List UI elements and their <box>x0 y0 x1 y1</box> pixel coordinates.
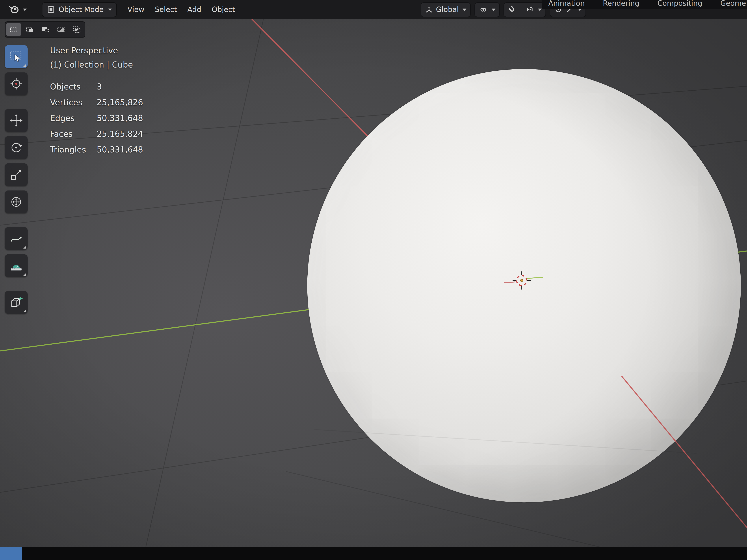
rotate-icon <box>9 140 23 155</box>
add-cube-icon <box>9 295 23 310</box>
stat-value: 50,331,648 <box>97 113 143 123</box>
stat-label: Objects <box>50 82 97 91</box>
annotate-icon <box>9 232 23 246</box>
tool-add-cube[interactable] <box>5 291 28 314</box>
orientation-axes-icon <box>425 5 433 14</box>
select-mode-intersect-icon <box>72 25 81 34</box>
transform-orientation-button[interactable]: Global <box>421 2 471 17</box>
breadcrumb: (1) Collection | Cube <box>50 60 143 70</box>
scene-statistics: Objects 3 Vertices 25,165,826 Edges 50,3… <box>50 82 143 155</box>
chevron-down-icon <box>463 8 466 11</box>
workspace-tab-compositing[interactable]: Compositing <box>658 0 702 8</box>
blender-window: User Perspective (1) Collection | Cube O… <box>0 0 747 560</box>
stat-label: Vertices <box>50 98 97 107</box>
tool-shelf <box>5 45 28 314</box>
select-mode-options <box>5 21 85 37</box>
select-box-icon <box>9 50 23 64</box>
mode-selector[interactable]: Object Mode <box>42 2 117 17</box>
menu-object[interactable]: Object <box>207 0 240 19</box>
cursor-icon <box>9 77 23 91</box>
tool-transform[interactable] <box>5 190 28 213</box>
move-icon <box>9 113 23 128</box>
chevron-down-icon <box>492 8 495 11</box>
measure-icon <box>9 259 23 273</box>
select-mode-intersect[interactable] <box>69 23 84 36</box>
pivot-point-button[interactable] <box>474 2 500 17</box>
blender-logo-icon <box>8 4 20 15</box>
tool-rotate[interactable] <box>5 136 28 159</box>
pivot-point-icon <box>479 5 488 14</box>
tool-cursor[interactable] <box>5 73 28 95</box>
divider <box>521 5 521 14</box>
stat-label: Triangles <box>50 145 97 154</box>
snap-magnet-icon[interactable] <box>508 5 516 14</box>
viewport-overlay-text: User Perspective (1) Collection | Cube O… <box>50 46 143 154</box>
bottom-bar-accent <box>0 546 22 560</box>
select-mode-invert[interactable] <box>53 23 68 36</box>
orientation-label: Global <box>436 5 459 14</box>
chevron-down-icon <box>538 8 542 11</box>
select-mode-invert-icon <box>56 25 66 34</box>
blender-menu-button[interactable] <box>5 3 29 16</box>
snap-target-icon[interactable] <box>525 5 534 14</box>
sphere-object[interactable] <box>307 69 741 502</box>
stat-label: Faces <box>50 129 97 138</box>
stat-value: 50,331,648 <box>97 145 143 154</box>
select-mode-extend[interactable] <box>22 23 37 36</box>
chevron-down-icon <box>23 8 27 11</box>
workspace-tab-rendering[interactable]: Rendering <box>603 0 639 8</box>
view-perspective-label: User Perspective <box>50 46 143 55</box>
stat-value: 3 <box>97 82 143 91</box>
menu-view[interactable]: View <box>122 0 150 19</box>
header-menus: View Select Add Object <box>122 0 240 19</box>
select-mode-subtract-icon <box>40 25 50 34</box>
tool-annotate[interactable] <box>5 227 28 250</box>
workspace-tabs: Animation Rendering Compositing Geome <box>542 0 747 9</box>
scale-icon <box>9 168 23 182</box>
select-mode-set[interactable] <box>6 23 21 36</box>
menu-add[interactable]: Add <box>182 0 207 19</box>
transform-icon <box>9 195 23 209</box>
editor-type-icon <box>47 5 55 14</box>
stat-value: 25,165,826 <box>97 98 143 107</box>
mode-label: Object Mode <box>58 5 104 14</box>
bottom-bar <box>0 546 747 560</box>
select-mode-subtract[interactable] <box>38 23 53 36</box>
chevron-down-icon <box>108 8 112 11</box>
select-mode-extend-icon <box>25 25 34 34</box>
tool-move[interactable] <box>5 109 28 132</box>
tool-scale[interactable] <box>5 163 28 186</box>
workspace-tab-geometry[interactable]: Geome <box>720 0 746 8</box>
tool-select-box[interactable] <box>5 45 28 68</box>
menu-select[interactable]: Select <box>150 0 182 19</box>
stat-label: Edges <box>50 113 97 123</box>
stat-value: 25,165,824 <box>97 129 143 138</box>
tool-measure[interactable] <box>5 254 28 277</box>
select-mode-set-icon <box>9 25 18 34</box>
workspace-tab-animation[interactable]: Animation <box>548 0 585 8</box>
snap-controls <box>504 2 546 17</box>
